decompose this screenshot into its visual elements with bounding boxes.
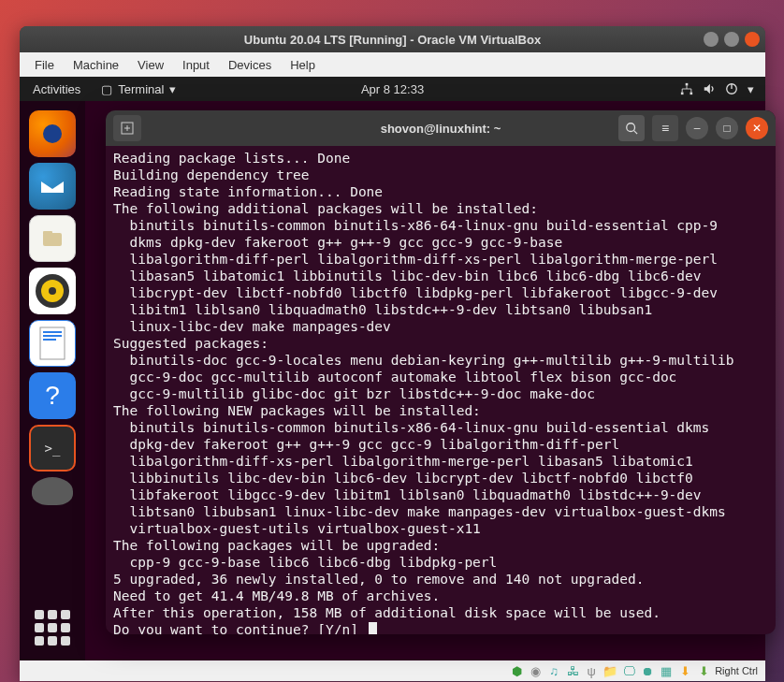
terminal-line: libbinutils libc-dev-bin libc6-dev libcr… [113,470,768,486]
vb-menu-view[interactable]: View [130,56,171,74]
terminal-line: libcrypt-dev libctf-nobfd0 libctf0 libdp… [113,284,768,301]
dock-help[interactable]: ? [29,372,76,419]
vb-window-controls [704,32,760,47]
sb-usb-icon[interactable]: ψ [584,663,599,678]
terminal-title: shovon@linuxhint: ~ [381,122,501,136]
terminal-line: Do you want to continue? [Y/n] [113,621,768,634]
terminal-line: dpkg-dev fakeroot g++ g++-9 gcc gcc-9 li… [113,436,768,453]
svg-point-5 [43,124,62,143]
vb-menu-file[interactable]: File [27,56,62,74]
svg-line-19 [634,131,638,135]
terminal-line: Reading package lists... Done [113,150,768,167]
svg-rect-6 [43,233,62,246]
svg-rect-2 [686,83,689,86]
terminal-line: The following additional packages will b… [113,200,768,217]
terminal-close-button[interactable]: ✕ [746,117,768,139]
terminal-line: cpp-9 gcc-9-base libc6 libc6-dbg libdpkg… [113,554,768,571]
terminal-body[interactable]: Reading package lists... DoneBuilding de… [106,146,776,634]
terminal-line: gcc-9-doc gcc-multilib autoconf automake… [113,369,768,385]
vb-menu-machine[interactable]: Machine [65,56,126,74]
terminal-minimize-button[interactable]: – [686,117,708,139]
terminal-line: binutils binutils-common binutils-x86-64… [113,419,768,436]
terminal-line: libalgorithm-diff-xs-perl libalgorithm-m… [113,453,768,470]
activities-button[interactable]: Activities [20,82,94,96]
app-menu[interactable]: ▢ Terminal ▾ [94,82,183,96]
svg-rect-13 [43,335,62,337]
sb-harddisk-icon[interactable]: ⬢ [509,663,524,678]
terminal-line: dkms dpkg-dev fakeroot g++ g++-9 gcc gcc… [113,234,768,251]
dock-show-apps[interactable] [35,610,70,646]
terminal-line: After this operation, 158 MB of addition… [113,604,768,621]
svg-point-18 [627,123,635,132]
gnome-top-bar: Activities ▢ Terminal ▾ Apr 8 12:33 ▾ [20,77,765,101]
svg-rect-7 [43,231,52,235]
vb-menubar: File Machine View Input Devices Help [20,52,765,77]
svg-rect-0 [681,93,684,95]
sb-cpu-icon[interactable]: ▦ [659,663,674,678]
cursor [369,622,377,634]
svg-rect-14 [43,339,56,341]
terminal-line: linux-libc-dev make manpages-dev [113,318,768,335]
clock[interactable]: Apr 8 12:33 [361,82,424,96]
vb-menu-devices[interactable]: Devices [221,56,279,74]
app-menu-label: Terminal [118,82,164,96]
terminal-line: Need to get 41.4 MB/49.8 MB of archives. [113,588,768,604]
terminal-titlebar[interactable]: shovon@linuxhint: ~ ≡ – □ ✕ [106,110,776,146]
terminal-icon: ▢ [101,82,112,96]
sb-mouse-icon[interactable]: ⬇ [677,663,692,678]
terminal-maximize-button[interactable]: □ [716,117,738,139]
terminal-line: libasan5 libatomic1 libbinutils libc-dev… [113,268,768,284]
volume-icon [703,82,716,95]
dock-files[interactable] [29,215,76,262]
svg-point-10 [49,287,56,295]
network-icon [680,82,693,95]
terminal-line: virtualbox-guest-utils virtualbox-guest-… [113,520,768,537]
svg-rect-12 [43,331,62,333]
dock-thunderbird[interactable] [29,163,76,210]
terminal-line: Reading state information... Done [113,183,768,200]
terminal-line: gcc-9-multilib glibc-doc git bzr libstdc… [113,385,768,402]
terminal-line: 5 upgraded, 36 newly installed, 0 to rem… [113,571,768,588]
host-key-label: Right Ctrl [715,665,758,676]
dock-settings[interactable] [32,477,73,505]
sb-shared-folder-icon[interactable]: 📁 [603,663,617,678]
sb-optical-icon[interactable]: ◉ [528,663,543,678]
vb-titlebar[interactable]: Ubuntu 20.04 LTS [Running] - Oracle VM V… [20,26,765,52]
terminal-line: Building dependency tree [113,167,768,183]
terminal-line: The following NEW packages will be insta… [113,402,768,419]
terminal-line: Suggested packages: [113,335,768,352]
sb-audio-icon[interactable]: ♫ [546,663,561,678]
system-status-area[interactable]: ▾ [680,82,754,96]
virtualbox-window: Ubuntu 20.04 LTS [Running] - Oracle VM V… [20,26,765,681]
ubuntu-dock: ? >_ [20,101,85,660]
dock-rhythmbox[interactable] [29,268,76,314]
terminal-line: libitm1 liblsan0 libquadmath0 libstdc++-… [113,301,768,318]
terminal-line: binutils-doc gcc-9-locales menu debian-k… [113,352,768,369]
vb-statusbar: ⬢ ◉ ♫ 🖧 ψ 📁 🖵 ⏺ ▦ ⬇ ⬇ Right Ctrl [20,660,765,681]
power-icon [725,82,738,95]
dock-writer[interactable] [29,320,76,367]
search-button[interactable] [618,115,645,141]
terminal-line: libalgorithm-diff-perl libalgorithm-diff… [113,251,768,268]
sb-recording-icon[interactable]: ⏺ [640,663,655,678]
vb-maximize-button[interactable] [724,32,739,47]
new-tab-button[interactable] [113,115,141,141]
vb-minimize-button[interactable] [704,32,719,47]
terminal-line: The following packages will be upgraded: [113,537,768,554]
vb-menu-help[interactable]: Help [283,56,323,74]
terminal-window: shovon@linuxhint: ~ ≡ – □ ✕ Reading pack… [106,110,776,634]
terminal-line: binutils binutils-common binutils-x86-64… [113,217,768,234]
sb-display-icon[interactable]: 🖵 [621,663,636,678]
svg-rect-1 [690,93,693,95]
vb-close-button[interactable] [745,32,760,47]
chevron-down-icon: ▾ [169,82,176,96]
hamburger-menu-button[interactable]: ≡ [652,115,678,141]
dock-terminal[interactable]: >_ [29,425,76,472]
vb-menu-input[interactable]: Input [175,56,217,74]
dock-firefox[interactable] [29,110,76,157]
sb-network-icon[interactable]: 🖧 [565,663,580,678]
terminal-line: libfakeroot libgcc-9-dev libitm1 liblsan… [113,486,768,503]
sb-keyboard-icon[interactable]: ⬇ [696,663,711,678]
terminal-line: libtsan0 libubsan1 linux-libc-dev make m… [113,503,768,520]
chevron-down-icon: ▾ [748,82,754,96]
